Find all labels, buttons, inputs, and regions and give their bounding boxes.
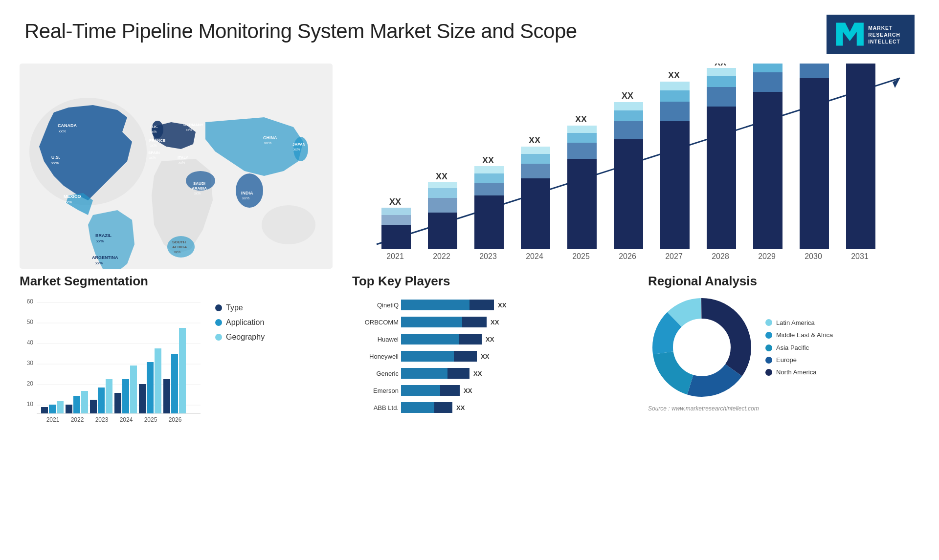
legend-europe: Europe	[765, 356, 833, 364]
svg-rect-94	[753, 72, 782, 92]
legend-mea: Middle East & Africa	[765, 331, 833, 340]
legend-geography-dot	[215, 334, 222, 341]
svg-text:GERMANY: GERMANY	[183, 123, 204, 127]
svg-rect-129	[81, 391, 88, 413]
svg-text:ABB Ltd.: ABB Ltd.	[374, 404, 399, 411]
svg-rect-58	[474, 183, 504, 195]
svg-rect-54	[428, 182, 457, 188]
svg-rect-89	[707, 76, 736, 87]
svg-text:ORBCOMM: ORBCOMM	[365, 319, 399, 326]
svg-text:SPAIN: SPAIN	[148, 151, 160, 155]
svg-text:Honeywell: Honeywell	[369, 353, 399, 360]
svg-text:2021: 2021	[386, 252, 404, 260]
svg-text:xx%: xx%	[95, 261, 103, 265]
svg-text:2027: 2027	[665, 252, 683, 260]
svg-text:CHINA: CHINA	[263, 135, 277, 140]
legend-asia-label: Asia Pacific	[776, 344, 809, 351]
legend-na-label: North America	[776, 368, 816, 376]
svg-rect-57	[474, 195, 504, 249]
svg-point-175	[675, 321, 729, 374]
svg-text:BRAZIL: BRAZIL	[95, 233, 112, 238]
page-title: Real-Time Pipeline Monitoring System Mar…	[24, 20, 577, 43]
svg-rect-70	[567, 143, 597, 159]
legend-asia-pacific: Asia Pacific	[765, 344, 833, 351]
legend-mea-dot	[765, 332, 772, 339]
svg-text:2024: 2024	[120, 416, 133, 423]
svg-text:20: 20	[27, 380, 34, 387]
source-text: Source : www.marketresearchintellect.com	[648, 405, 915, 412]
svg-rect-156	[401, 351, 454, 362]
svg-text:2026: 2026	[619, 252, 636, 260]
svg-rect-83	[660, 90, 690, 102]
svg-text:Generic: Generic	[376, 370, 399, 377]
svg-rect-53	[428, 188, 457, 198]
svg-text:xx%: xx%	[174, 250, 180, 254]
legend-latin-dot	[765, 319, 772, 326]
svg-rect-65	[521, 154, 550, 164]
svg-text:xx%: xx%	[150, 130, 156, 133]
donut-chart-svg	[648, 294, 756, 401]
svg-rect-168	[401, 402, 434, 413]
svg-rect-138	[155, 348, 161, 413]
svg-text:XX: XX	[529, 135, 540, 145]
svg-rect-127	[66, 405, 72, 413]
svg-rect-126	[57, 401, 64, 413]
svg-text:xx%: xx%	[179, 161, 185, 164]
svg-rect-84	[660, 82, 690, 90]
svg-text:10: 10	[27, 401, 34, 408]
svg-text:AFRICA: AFRICA	[172, 245, 187, 249]
svg-text:Huawei: Huawei	[378, 336, 399, 343]
svg-text:XX: XX	[668, 70, 680, 80]
svg-point-11	[262, 205, 315, 244]
regional-section: Regional Analysis	[638, 269, 924, 447]
svg-text:2022: 2022	[433, 252, 450, 260]
legend-application-dot	[215, 319, 222, 326]
legend-type-dot	[215, 304, 222, 311]
svg-text:2028: 2028	[712, 252, 729, 260]
svg-text:INDIA: INDIA	[241, 191, 253, 195]
legend-type: Type	[215, 303, 265, 312]
segmentation-section: Market Segmentation 60 50 40 30 20 10	[15, 269, 333, 447]
svg-rect-137	[147, 362, 154, 413]
svg-text:ARGENTINA: ARGENTINA	[92, 255, 118, 260]
legend-application-label: Application	[226, 318, 264, 327]
svg-text:INTELLECT: INTELLECT	[868, 39, 900, 44]
svg-text:xx%: xx%	[186, 128, 192, 131]
svg-rect-132	[106, 379, 112, 413]
svg-rect-135	[130, 366, 137, 413]
svg-text:xx%: xx%	[264, 141, 271, 145]
svg-rect-46	[381, 225, 411, 249]
svg-text:U.K.: U.K.	[150, 125, 158, 129]
svg-rect-131	[98, 388, 105, 413]
svg-text:xx%: xx%	[51, 161, 59, 165]
svg-rect-95	[753, 64, 782, 72]
svg-text:FRANCE: FRANCE	[149, 138, 166, 143]
svg-rect-81	[660, 121, 690, 249]
svg-rect-71	[567, 133, 597, 143]
svg-rect-140	[171, 354, 178, 413]
svg-text:XX: XX	[389, 197, 401, 207]
svg-text:2023: 2023	[479, 252, 497, 260]
svg-rect-63	[521, 178, 550, 249]
svg-text:XX: XX	[436, 172, 447, 181]
svg-rect-148	[401, 317, 462, 327]
svg-rect-130	[90, 400, 97, 413]
svg-text:ITALY: ITALY	[178, 155, 188, 160]
legend-asia-dot	[765, 345, 772, 351]
svg-text:XX: XX	[486, 336, 494, 343]
svg-text:xx%: xx%	[149, 156, 156, 159]
svg-point-6	[152, 121, 163, 138]
svg-text:2023: 2023	[95, 416, 109, 423]
svg-text:2021: 2021	[46, 416, 60, 423]
svg-rect-52	[428, 198, 457, 213]
svg-rect-152	[401, 334, 459, 345]
svg-text:30: 30	[27, 360, 34, 366]
svg-rect-60	[474, 166, 504, 173]
segmentation-chart-svg: 60 50 40 30 20 10 2021 2022 2023 2024	[20, 294, 205, 431]
segmentation-title: Market Segmentation	[20, 274, 328, 289]
svg-text:xx%: xx%	[242, 196, 249, 200]
svg-text:RESEARCH: RESEARCH	[868, 32, 900, 38]
svg-text:SOUTH: SOUTH	[172, 240, 186, 244]
legend-latin-america: Latin America	[765, 319, 833, 326]
svg-rect-88	[707, 87, 736, 107]
